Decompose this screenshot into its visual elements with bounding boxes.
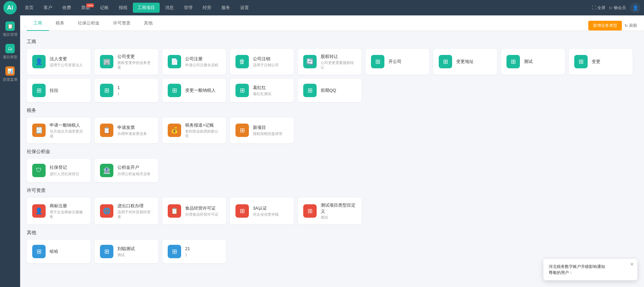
card-fapiao[interactable]: 📋 申请发票 办理申请发票业务	[95, 118, 158, 143]
card-zhuxiao[interactable]: 🗑 公司注销 适用于注销公司	[230, 49, 294, 75]
progress-icon: 📊	[5, 66, 15, 76]
card-title-faluren: 法人变更	[50, 56, 83, 62]
nav-service[interactable]: 服务	[217, 3, 235, 13]
nav-settings[interactable]: 设置	[235, 3, 254, 13]
project-type-icon: 🗂	[5, 44, 15, 53]
content-area: 工商 👤 法人变更 适用于公司变更法人 🏢 公司变更 股权变更外的业务变更 📄	[20, 31, 644, 274]
card-biangengdizhi[interactable]: ⊞ 变更地址	[433, 49, 497, 75]
sidebar-item-progress[interactable]: 📊 进度监测	[1, 64, 19, 85]
card-title-1: 1	[117, 85, 120, 91]
nav-fee[interactable]: 收费	[58, 3, 76, 13]
card-biangengnaishui[interactable]: ⊞ 变更一般纳税人	[162, 79, 226, 102]
card-title-baodao: 税务报道+记账	[185, 122, 221, 128]
fullscreen-button[interactable]: ⛶ 全屏	[592, 5, 605, 11]
tab-xuke[interactable]: 许可资质	[106, 16, 137, 31]
card-baodao[interactable]: 💰 税务报道+记账 拿到营业执照的新公司	[162, 118, 226, 143]
card-text-baodao: 税务报道+记账 拿到营业执照的新公司	[185, 122, 221, 139]
tab-shuiwu[interactable]: 税务	[49, 16, 71, 31]
card-desc-faluren: 适用于公司变更法人	[50, 63, 83, 67]
nav-home[interactable]: 首页	[20, 3, 38, 13]
card-icon-shipin: 📋	[168, 204, 181, 218]
card-zhuce[interactable]: 📄 公司注册 申请公司注册全流程	[162, 49, 226, 75]
card-desc-shangbiao: 用于企业商标注册服务	[50, 210, 85, 219]
card-shipin[interactable]: 📋 食品经营许可证 办理食品经营许可证	[162, 198, 226, 225]
card-xinxiangmu[interactable]: ⊞ 新项目 报税加税控盘保管	[230, 118, 294, 143]
tab-gongshang[interactable]: 工商	[27, 16, 49, 31]
card-desc-baodao: 拿到营业执照的新公司	[185, 129, 221, 139]
tab-qita[interactable]: 其他	[137, 16, 159, 31]
card-shangbiao[interactable]: 👤 商标注册 用于企业商标注册服务	[27, 198, 91, 225]
card-title-qianqiqq: 前期QQ	[321, 87, 336, 93]
card-qianqiqq[interactable]: ⊞ 前期QQ	[298, 79, 362, 102]
card-title-ceshi-xuke: 测试项目类型目定义	[321, 202, 356, 214]
card-text-xinxiangmu: 新项目 报税加税控盘保管	[253, 125, 282, 136]
card-ceshi[interactable]: ⊞ 测试	[501, 49, 565, 75]
sub-tabs: 工商 税务 社保公积金 许可资质 其他 新增业务类型 ↻ 刷新	[20, 15, 644, 31]
card-1[interactable]: ⊞ 1 1	[95, 79, 158, 102]
card-text-qianqiqq: 前期QQ	[321, 87, 336, 93]
card-title-3a: 3A认证	[253, 205, 279, 211]
card-desc-1: 1	[117, 91, 120, 96]
nav-manage[interactable]: 管理	[179, 3, 197, 13]
card-text-zhuce: 公司注册 申请公司注册全流程	[185, 56, 218, 67]
card-text-21: 21 1	[185, 246, 190, 257]
add-type-button[interactable]: 新增业务类型	[588, 21, 622, 30]
section-title-shebao: 社保公积金	[27, 149, 637, 155]
card-3a[interactable]: ⊞ 3A认证 对企业信誉评级	[230, 198, 294, 225]
card-haha[interactable]: ⊞ 哈哈	[27, 240, 91, 263]
section-title-gongshang: 工商	[27, 39, 637, 45]
card-faluren[interactable]: 👤 法人变更 适用于公司变更法人	[27, 49, 91, 75]
nav-ticket[interactable]: 票据new	[76, 3, 95, 13]
card-icon-haha: ⊞	[32, 245, 46, 258]
cards-grid-xuke: 👤 商标注册 用于企业商标注册服务 🌐 进出口权办理 适用于对外贸易经营者 📋 …	[27, 198, 637, 225]
card-shebaodengji[interactable]: 🛡 社保登记 进行人员社保登记	[27, 159, 91, 182]
card-text-shebaodengji: 社保登记 进行人员社保登记	[50, 164, 79, 176]
card-icon-ceshi: ⊞	[506, 55, 520, 68]
user-avatar[interactable]: 👤	[630, 2, 641, 13]
card-icon-gongsibiangeng: 🏢	[100, 55, 113, 68]
card-icon-lala: ⊞	[32, 84, 46, 97]
card-icon-xinxiangmu: ⊞	[235, 124, 249, 137]
notification-banner: ✕ 河北税务数字账户升级影响通知尊敬的用户：	[543, 259, 637, 280]
card-kaigongsi[interactable]: ⊞ 开公司	[366, 49, 429, 75]
nav-client[interactable]: 客户	[39, 3, 57, 13]
card-icon-shebaodengji: 🛡	[32, 164, 46, 177]
project-manage-icon: 📋	[5, 21, 15, 31]
card-text-biangengdizhi: 变更地址	[456, 59, 474, 65]
nav-industry[interactable]: 工商项目	[133, 3, 160, 13]
nav-bookkeep[interactable]: 记账	[95, 3, 113, 13]
card-icon-shangbiao: 👤	[32, 204, 46, 218]
card-gehonghong[interactable]: ⊞ 葛红红 葛红红测试	[230, 79, 294, 102]
card-naishuren[interactable]: 🧾 申请一般纳税人 当月或次月成变更完成	[27, 118, 91, 143]
nav-tax[interactable]: 报税	[114, 3, 132, 13]
member-button[interactable]: ▷ 畅会员	[609, 5, 626, 11]
refresh-button[interactable]: ↻ 刷新	[625, 23, 637, 28]
card-title-zhuxiao: 公司注销	[253, 56, 279, 62]
card-gongsibiangeng[interactable]: 🏢 公司变更 股权变更外的业务变更	[95, 49, 158, 75]
sidebar-item-project-type[interactable]: 🗂 项目类型	[1, 41, 19, 62]
tab-shebao[interactable]: 社保公积金	[71, 16, 106, 31]
fullscreen-icon: ⛶	[592, 5, 596, 10]
card-gongjijin[interactable]: 🏦 公积金开户 办理公积金相关业务	[95, 159, 158, 182]
card-ceshi-xuke[interactable]: ⊞ 测试项目类型目定义 测试	[298, 198, 362, 225]
sidebar-item-project-manage[interactable]: 📋 项目管理	[1, 19, 19, 40]
card-icon-naishuren: 🧾	[32, 124, 46, 137]
nav-message[interactable]: 消息	[160, 3, 178, 13]
card-jinchugou[interactable]: 🌐 进出口权办理 适用于对外贸易经营者	[95, 198, 158, 225]
card-icon-gongjijin: 🏦	[100, 164, 113, 177]
card-desc-guquan: 公司变更需要股权转让	[321, 60, 356, 70]
card-title-zhuce: 公司注册	[185, 56, 218, 62]
card-icon-biangeng: ⊞	[574, 55, 588, 68]
card-desc-jinchugou: 适用于对外贸易经营者	[117, 210, 153, 219]
nav-right: ⛶ 全屏 ▷ 畅会员 👤	[592, 2, 641, 13]
card-text-kaigongsi: 开公司	[388, 59, 401, 65]
notification-close-button[interactable]: ✕	[630, 262, 634, 267]
card-desc-shebaodengji: 进行人员社保登记	[50, 171, 79, 176]
card-lala[interactable]: ⊞ 拉拉	[27, 79, 91, 102]
card-icon-guquan: 🔄	[303, 55, 317, 68]
card-biangeng[interactable]: ⊞ 变更	[569, 49, 633, 75]
card-21[interactable]: ⊞ 21 1	[162, 240, 226, 263]
nav-operation[interactable]: 经营	[198, 3, 216, 13]
card-liucong[interactable]: ⊞ 刘聪测试 测试	[95, 240, 158, 263]
card-guquan[interactable]: 🔄 股权转让 公司变更需要股权转让	[298, 49, 362, 75]
